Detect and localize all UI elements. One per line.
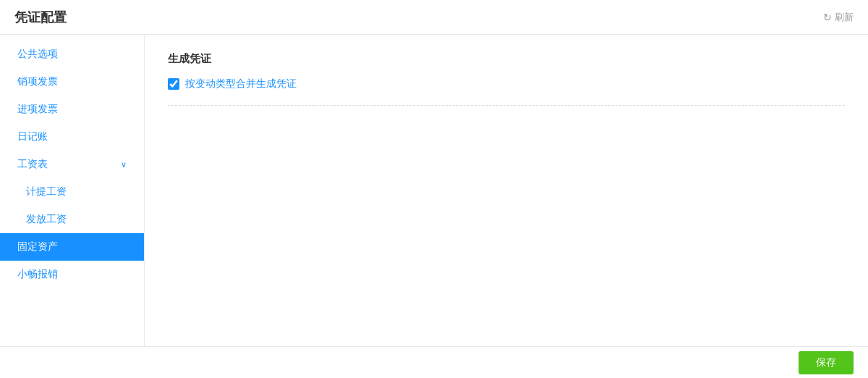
- section-title: 生成凭证: [168, 52, 845, 66]
- footer-bar: 保存: [0, 346, 868, 378]
- sidebar-item-petty-expense[interactable]: 小畅报销: [0, 261, 144, 288]
- content-area: 生成凭证 按变动类型合并生成凭证: [145, 35, 868, 346]
- checkbox-label[interactable]: 按变动类型合并生成凭证: [185, 77, 297, 91]
- checkbox-row: 按变动类型合并生成凭证: [168, 77, 845, 91]
- chevron-down-icon: ∨: [121, 160, 127, 169]
- sidebar-item-fixed-assets[interactable]: 固定资产: [0, 233, 144, 261]
- refresh-label: 刷新: [835, 11, 854, 24]
- sidebar-item-payroll-table[interactable]: 工资表 ∨: [0, 151, 144, 178]
- main-container: 公共选项 销项发票 进项发票 日记账 工资表 ∨ 计提工资 发放工资 固定资产 …: [0, 35, 868, 346]
- sidebar-item-calc-payroll[interactable]: 计提工资: [0, 178, 144, 206]
- page-header: 凭证配置 ↻ 刷新: [0, 0, 868, 35]
- merge-by-type-checkbox[interactable]: [168, 78, 179, 90]
- refresh-icon: ↻: [823, 12, 832, 23]
- refresh-button[interactable]: ↻ 刷新: [823, 11, 854, 24]
- section-divider: [168, 105, 845, 106]
- sidebar-item-public-options[interactable]: 公共选项: [0, 41, 144, 68]
- save-button[interactable]: 保存: [799, 351, 854, 374]
- page-title: 凭证配置: [14, 9, 67, 26]
- sidebar: 公共选项 销项发票 进项发票 日记账 工资表 ∨ 计提工资 发放工资 固定资产 …: [0, 35, 145, 346]
- sidebar-item-purchase-invoice[interactable]: 进项发票: [0, 96, 144, 123]
- sidebar-item-issue-payroll[interactable]: 发放工资: [0, 206, 144, 233]
- sidebar-item-journal[interactable]: 日记账: [0, 123, 144, 151]
- sidebar-item-sales-invoice[interactable]: 销项发票: [0, 68, 144, 96]
